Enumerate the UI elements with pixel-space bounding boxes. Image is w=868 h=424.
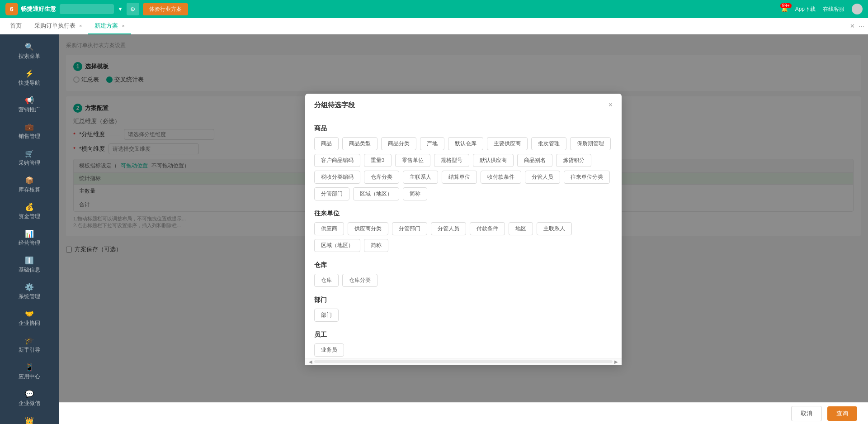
chip-partner-6[interactable]: 主联系人 <box>537 222 572 235</box>
sidebar-item-purchase-label: 采购管理 <box>19 159 40 167</box>
corp-wechat-icon: 💬 <box>25 390 34 398</box>
chip-partner-2[interactable]: 分管部门 <box>392 222 427 235</box>
chip-goods-12[interactable]: 默认供应商 <box>473 154 514 167</box>
section-staff-chips: 业务员 <box>314 343 613 357</box>
section-warehouse-chips: 仓库 仓库分类 <box>314 274 613 287</box>
sidebar-item-system-label: 系统管理 <box>19 293 40 300</box>
chip-goods-4[interactable]: 默认仓库 <box>448 137 483 150</box>
chip-goods-21[interactable]: 往来单位分类 <box>564 171 610 184</box>
horizontal-scroll-track[interactable] <box>314 360 613 363</box>
sidebar-item-search-label: 搜索菜单 <box>19 52 40 60</box>
sidebar-item-corp-collab[interactable]: 🤝 企业协同 <box>0 305 59 332</box>
tab-home-label: 首页 <box>10 22 22 30</box>
sales-icon: 💼 <box>25 123 34 131</box>
avatar[interactable] <box>852 4 863 14</box>
online-service-link[interactable]: 在线客服 <box>823 5 844 13</box>
chip-goods-13[interactable]: 商品别名 <box>517 154 552 167</box>
section-warehouse-title: 仓库 <box>314 261 613 269</box>
chip-staff-0[interactable]: 业务员 <box>314 343 344 357</box>
sidebar-item-basic-info[interactable]: ℹ️ 基础信息 <box>0 252 59 278</box>
sidebar-item-newbie[interactable]: 🎓 新手引导 <box>0 332 59 358</box>
chip-goods-24[interactable]: 简称 <box>403 187 427 200</box>
sidebar-item-inventory[interactable]: 📦 库存核算 <box>0 172 59 198</box>
sidebar-item-system[interactable]: ⚙️ 系统管理 <box>0 278 59 305</box>
chip-goods-18[interactable]: 结算单位 <box>442 171 477 184</box>
chip-goods-6[interactable]: 批次管理 <box>531 137 566 150</box>
gear-icon[interactable]: ⚙ <box>127 3 139 15</box>
chip-partner-0[interactable]: 供应商 <box>314 222 344 235</box>
sidebar-item-app-center[interactable]: 📱 应用中心 <box>0 358 59 385</box>
sidebar-item-quick-nav-label: 快捷导航 <box>19 79 40 87</box>
trial-button[interactable]: 体验行业方案 <box>143 3 188 15</box>
sidebar-item-quick-nav[interactable]: ⚡ 快捷导航 <box>0 65 59 91</box>
chip-partner-1[interactable]: 供应商分类 <box>348 222 388 235</box>
finance-icon: 💰 <box>25 203 34 211</box>
sidebar-item-finance[interactable]: 💰 资金管理 <box>0 198 59 225</box>
app-center-icon: 📱 <box>25 363 34 372</box>
modal-close-btn[interactable]: × <box>609 101 613 109</box>
search-icon: 🔍 <box>25 43 34 51</box>
modal-header: 分组待选字段 × <box>305 94 622 117</box>
sidebar: 🔍 搜索菜单 ⚡ 快捷导航 📢 营销推广 💼 销售管理 🛒 采购管理 📦 库存核… <box>0 34 59 424</box>
sidebar-item-corp-wechat[interactable]: 💬 企业微信 <box>0 385 59 412</box>
sidebar-item-purchase[interactable]: 🛒 采购管理 <box>0 145 59 172</box>
sidebar-item-newbie-label: 新手引导 <box>19 346 40 354</box>
notification-area[interactable]: 🔔 99+ <box>781 6 788 12</box>
sidebar-item-operations[interactable]: 📊 经营管理 <box>0 225 59 252</box>
chip-warehouse-1[interactable]: 仓库分类 <box>342 274 377 287</box>
chip-partner-4[interactable]: 付款条件 <box>470 222 505 235</box>
tab-purchase-close[interactable]: × <box>79 23 82 29</box>
chip-goods-11[interactable]: 规格型号 <box>434 154 469 167</box>
modal-body[interactable]: 商品 商品 商品类型 商品分类 产地 默认仓库 主要供应商 批次管理 保质期管理… <box>305 117 622 358</box>
section-partner: 往来单位 供应商 供应商分类 分管部门 分管人员 付款条件 地区 主联系人 区域… <box>314 210 613 252</box>
tab-new-scheme[interactable]: 新建方案 × <box>88 18 131 34</box>
chip-partner-3[interactable]: 分管人员 <box>431 222 466 235</box>
chip-goods-20[interactable]: 分管人员 <box>525 171 560 184</box>
sidebar-item-sales[interactable]: 💼 销售管理 <box>0 118 59 145</box>
chip-warehouse-0[interactable]: 仓库 <box>314 274 339 287</box>
chip-goods-9[interactable]: 重量3 <box>364 154 392 167</box>
chip-goods-1[interactable]: 商品类型 <box>342 137 377 150</box>
section-warehouse: 仓库 仓库 仓库分类 <box>314 261 613 287</box>
sidebar-item-marketing-label: 营销推广 <box>19 106 40 114</box>
app-download-link[interactable]: App下载 <box>795 5 816 13</box>
chip-goods-0[interactable]: 商品 <box>314 137 339 150</box>
chip-goods-22[interactable]: 分管部门 <box>314 187 349 200</box>
chip-goods-23[interactable]: 区域（地区） <box>353 187 399 200</box>
chip-goods-10[interactable]: 零售单位 <box>395 154 430 167</box>
nav-dropdown-arrow[interactable]: ▼ <box>118 6 123 12</box>
nav-search-input[interactable] <box>60 4 114 14</box>
modal-dialog: 分组待选字段 × 商品 商品 商品类型 商品分类 产地 默认仓库 <box>305 94 622 365</box>
cancel-button[interactable]: 取消 <box>791 406 822 421</box>
chip-partner-5[interactable]: 地区 <box>509 222 533 235</box>
sidebar-item-corp-wechat-label: 企业微信 <box>19 400 40 407</box>
content-area: 采购订单执行表方案设置 1 选择模板 汇总表 交叉统计表 <box>59 34 868 424</box>
sidebar-item-vip[interactable]: 👑 畅会员 <box>0 412 59 424</box>
tab-bar-close[interactable]: ✕ <box>850 23 855 29</box>
tab-new-scheme-close[interactable]: × <box>122 23 124 29</box>
scroll-left-arrow[interactable]: ◀ <box>307 359 314 364</box>
chip-goods-16[interactable]: 仓库分类 <box>364 171 399 184</box>
sidebar-item-search[interactable]: 🔍 搜索菜单 <box>0 38 59 65</box>
purchase-icon: 🛒 <box>25 149 34 158</box>
section-partner-title: 往来单位 <box>314 210 613 218</box>
chip-goods-3[interactable]: 产地 <box>420 137 444 150</box>
chip-goods-2[interactable]: 商品分类 <box>381 137 416 150</box>
chip-goods-8[interactable]: 客户商品编码 <box>314 154 360 167</box>
chip-dept-0[interactable]: 部门 <box>314 309 339 322</box>
tab-bar-more[interactable]: ⋯ <box>859 23 864 29</box>
sidebar-item-marketing[interactable]: 📢 营销推广 <box>0 91 59 118</box>
chip-goods-19[interactable]: 收付款条件 <box>481 171 521 184</box>
chip-goods-17[interactable]: 主联系人 <box>403 171 438 184</box>
scroll-right-arrow[interactable]: ▶ <box>613 359 620 364</box>
chip-goods-15[interactable]: 税收分类编码 <box>314 171 360 184</box>
chip-goods-5[interactable]: 主要供应商 <box>487 137 528 150</box>
chip-goods-14[interactable]: 炼货积分 <box>556 154 591 167</box>
chip-goods-7[interactable]: 保质期管理 <box>570 137 611 150</box>
modal-title: 分组待选字段 <box>314 101 355 110</box>
chip-partner-7[interactable]: 区域（地区） <box>314 239 360 252</box>
confirm-button[interactable]: 查询 <box>827 406 857 421</box>
chip-partner-8[interactable]: 简称 <box>364 239 388 252</box>
tab-purchase[interactable]: 采购订单执行表 × <box>28 18 88 34</box>
tab-home[interactable]: 首页 <box>4 18 28 34</box>
